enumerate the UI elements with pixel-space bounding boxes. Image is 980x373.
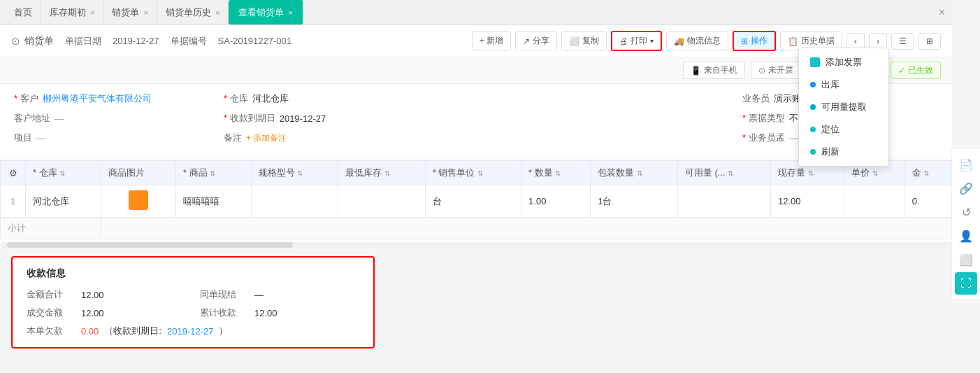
- share-icon: ↗: [523, 36, 530, 46]
- close-sales-tab[interactable]: ×: [143, 8, 147, 17]
- copy-icon: ⬜: [569, 36, 579, 46]
- right-sidebar: 📄 🔗 ↺ 👤 ⬜ ⛶: [951, 149, 980, 299]
- nav-prev-button[interactable]: ‹: [846, 33, 865, 50]
- warehouse-field: 仓库 河北仓库: [224, 92, 419, 105]
- payment-date-label: 收款到期日: [224, 112, 275, 125]
- row-min-stock: [338, 185, 426, 218]
- operation-button[interactable]: ⊞ 操作: [733, 31, 776, 51]
- warehouse-label: 仓库: [224, 92, 248, 105]
- close-history-tab[interactable]: ×: [215, 8, 219, 17]
- row-spec: [251, 185, 338, 218]
- dropdown-available-qty[interactable]: 可用量提取: [799, 96, 888, 118]
- row-number: 1: [1, 185, 26, 218]
- nav-next-button[interactable]: ›: [869, 33, 887, 50]
- tab-inventory[interactable]: 库存期初 ×: [41, 0, 103, 24]
- product-image: [129, 190, 148, 210]
- sidebar-expand-icon2[interactable]: ⬜: [955, 248, 977, 271]
- doc-date-label: 单据日期: [65, 35, 101, 48]
- from-phone-button[interactable]: 📱 来自手机: [683, 62, 745, 79]
- customer-field: 客户 柳州粤港平安气体有限公司: [14, 92, 210, 105]
- doc-date-value: 2019-12-27: [113, 36, 159, 46]
- col-quantity: * 数量 ⇅: [521, 161, 591, 185]
- sidebar-doc-icon[interactable]: 📄: [955, 153, 977, 176]
- print-button[interactable]: 🖨 打印 ▾: [611, 31, 662, 51]
- row-product-img: [101, 185, 176, 218]
- address-field: 客户地址 —: [14, 112, 210, 125]
- col-product: * 商品 ⇅: [176, 161, 252, 185]
- dropdown-outbound[interactable]: 出库: [799, 73, 888, 96]
- due-value: 0.00: [81, 326, 99, 337]
- share-button[interactable]: ↗ 分享: [515, 31, 557, 50]
- effective-button[interactable]: ✓ 已生效: [891, 62, 941, 79]
- doc-meta: 单据日期 2019-12-27 单据编号 SA-20191227-001: [65, 35, 291, 48]
- col-min-stock: 最低库存 ⇅: [338, 161, 426, 185]
- doc-type: ⊙ 销货单: [11, 35, 54, 48]
- grid-view-button[interactable]: ⊞: [918, 33, 941, 50]
- tab-home[interactable]: 首页: [6, 0, 41, 24]
- ticket-type-label: 票据类型: [742, 112, 785, 125]
- cumulative-label: 累计收款: [200, 307, 249, 319]
- check-circle2-icon: ✓: [898, 66, 905, 76]
- locate-dot: [810, 127, 816, 132]
- warehouse-value: 河北仓库: [252, 92, 289, 105]
- new-button[interactable]: + 新增: [472, 31, 511, 50]
- close-view-sales-tab[interactable]: ×: [288, 8, 292, 17]
- refresh-dot: [810, 149, 816, 155]
- close-inventory-tab[interactable]: ×: [90, 8, 94, 17]
- transaction-label: 成交金额: [27, 307, 75, 319]
- col-spec: 规格型号 ⇅: [251, 161, 338, 185]
- add-note-button[interactable]: + 添加备注: [246, 132, 287, 144]
- col-product-img: 商品图片: [101, 161, 176, 185]
- address-value: —: [55, 113, 64, 124]
- due-amount-row: 本单欠款 0.00 （收款到期日: 2019-12-27 ）: [27, 325, 359, 337]
- note-label: 备注: [224, 132, 242, 144]
- sidebar-person-icon[interactable]: 👤: [955, 225, 977, 247]
- amount-total-value: 12.00: [81, 290, 104, 300]
- row-amount: 0.: [905, 185, 951, 218]
- window-close-button[interactable]: ×: [939, 6, 945, 19]
- due-note-end: ）: [219, 325, 228, 337]
- outbound-dot: [810, 82, 816, 87]
- project-label: 项目: [14, 132, 32, 144]
- transaction-value: 12.00: [81, 308, 104, 318]
- phone-icon: 📱: [691, 66, 701, 76]
- truck-icon: 🚚: [674, 36, 684, 46]
- not-opened-button[interactable]: ⊙ 未开票: [751, 62, 801, 79]
- list-view-button[interactable]: ☰: [891, 33, 914, 50]
- payment-title: 收款信息: [27, 267, 359, 280]
- sidebar-link-icon[interactable]: 🔗: [955, 177, 977, 199]
- tab-sales[interactable]: 销货单 ×: [103, 0, 157, 24]
- tab-sales-history[interactable]: 销货单历史 ×: [157, 0, 229, 24]
- logistics-button[interactable]: 🚚 物流信息: [666, 31, 728, 50]
- sales-staff-value: —: [789, 133, 798, 143]
- dropdown-add-invoice[interactable]: 添加发票: [799, 51, 888, 73]
- dropdown-locate[interactable]: 定位: [799, 118, 888, 141]
- sidebar-rotate-icon[interactable]: ↺: [955, 201, 977, 223]
- subtotal-row: 小计: [1, 218, 952, 239]
- amount-total-label: 金额合计: [27, 288, 75, 301]
- col-available: 可用量 (... ⇅: [677, 161, 770, 185]
- row-warehouse: 河北仓库: [26, 185, 101, 218]
- sidebar-expand-icon[interactable]: ⛶: [955, 272, 977, 295]
- transaction-amount-row: 成交金额 12.00: [27, 307, 186, 319]
- col-sales-unit: * 销售单位 ⇅: [425, 161, 521, 185]
- dropdown-refresh[interactable]: 刷新: [799, 141, 888, 163]
- subtotal-label: 小计: [1, 218, 101, 239]
- print-dropdown-arrow: ▾: [650, 37, 654, 45]
- doc-icon: ⊙: [11, 35, 20, 48]
- amount-total-row: 金额合计 12.00: [27, 288, 186, 301]
- note-field: 备注 + 添加备注: [224, 132, 419, 144]
- due-label: 本单欠款: [27, 325, 75, 337]
- customer-value[interactable]: 柳州粤港平安气体有限公司: [43, 92, 152, 105]
- row-sales-unit: 台: [425, 185, 521, 218]
- col-warehouse: * 仓库 ⇅: [26, 161, 101, 185]
- copy-button[interactable]: ⬜ 复制: [561, 31, 607, 50]
- operation-icon: ⊞: [741, 36, 748, 46]
- available-dot: [810, 104, 816, 110]
- col-gear[interactable]: ⚙: [1, 161, 26, 185]
- products-table: ⚙ * 仓库 ⇅ 商品图片 * 商品 ⇅ 规格型号 ⇅ 最低库存 ⇅ * 销售单…: [0, 160, 952, 239]
- customer-label: 客户: [14, 92, 38, 105]
- sales-staff-label: 业务员孟: [742, 132, 785, 144]
- tab-view-sales[interactable]: 查看销货单 ×: [229, 0, 303, 24]
- payment-date-field: 收款到期日 2019-12-27: [224, 112, 419, 125]
